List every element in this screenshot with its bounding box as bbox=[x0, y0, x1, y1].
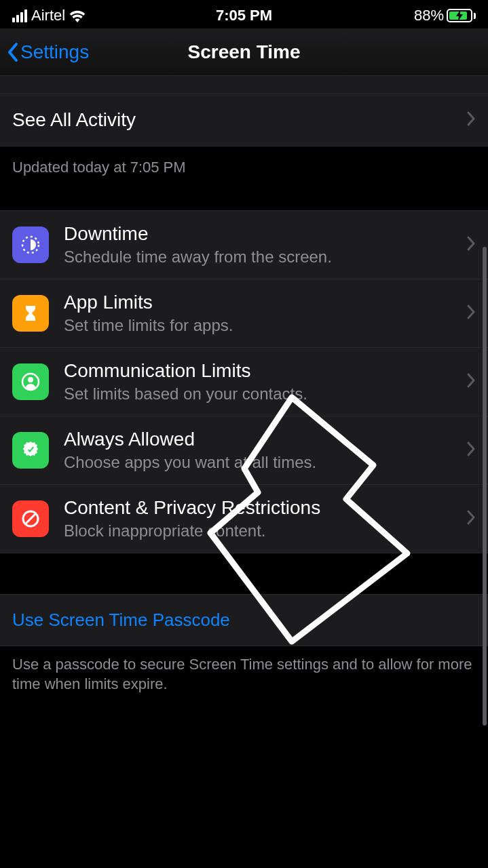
chevron-right-icon bbox=[466, 304, 476, 323]
chevron-left-icon bbox=[7, 42, 19, 62]
downtime-title: Downtime bbox=[64, 223, 451, 245]
check-seal-icon bbox=[12, 432, 49, 469]
nav-header: Settings Screen Time bbox=[0, 28, 488, 76]
chevron-right-icon bbox=[466, 372, 476, 391]
downtime-icon bbox=[12, 226, 49, 263]
hourglass-icon bbox=[12, 295, 49, 332]
svg-point-2 bbox=[28, 377, 33, 382]
downtime-row[interactable]: Downtime Schedule time away from the scr… bbox=[0, 211, 488, 279]
chevron-right-icon bbox=[466, 235, 476, 254]
communication-limits-row[interactable]: Communication Limits Set limits based on… bbox=[0, 348, 488, 416]
contact-icon bbox=[12, 363, 49, 400]
page-title: Screen Time bbox=[187, 41, 300, 63]
always-allowed-subtitle: Choose apps you want at all times. bbox=[64, 453, 451, 472]
content-privacy-title: Content & Privacy Restrictions bbox=[64, 497, 451, 519]
chevron-right-icon bbox=[466, 441, 476, 460]
back-button[interactable]: Settings bbox=[7, 41, 89, 63]
app-limits-row[interactable]: App Limits Set time limits for apps. bbox=[0, 279, 488, 348]
content-privacy-row[interactable]: Content & Privacy Restrictions Block ina… bbox=[0, 485, 488, 553]
see-all-activity-label: See All Activity bbox=[12, 109, 136, 131]
see-all-activity-row[interactable]: See All Activity bbox=[0, 94, 488, 146]
content-privacy-subtitle: Block inappropriate content. bbox=[64, 521, 451, 540]
always-allowed-title: Always Allowed bbox=[64, 429, 451, 450]
downtime-subtitle: Schedule time away from the screen. bbox=[64, 248, 451, 267]
svg-line-4 bbox=[25, 513, 36, 524]
clock: 7:05 PM bbox=[0, 7, 488, 24]
back-label: Settings bbox=[20, 41, 89, 63]
battery-icon bbox=[447, 9, 476, 22]
chevron-right-icon bbox=[466, 509, 476, 528]
communication-limits-subtitle: Set limits based on your contacts. bbox=[64, 384, 451, 403]
updated-label: Updated today at 7:05 PM bbox=[0, 146, 488, 210]
communication-limits-title: Communication Limits bbox=[64, 360, 451, 382]
app-limits-title: App Limits bbox=[64, 292, 451, 313]
status-bar: Airtel 7:05 PM 88% bbox=[0, 0, 488, 28]
chevron-right-icon bbox=[466, 111, 476, 130]
always-allowed-row[interactable]: Always Allowed Choose apps you want at a… bbox=[0, 416, 488, 485]
scrollbar[interactable] bbox=[483, 247, 487, 726]
use-passcode-button[interactable]: Use Screen Time Passcode bbox=[0, 594, 488, 646]
no-sign-icon bbox=[12, 500, 49, 537]
app-limits-subtitle: Set time limits for apps. bbox=[64, 316, 451, 335]
passcode-footer: Use a passcode to secure Screen Time set… bbox=[0, 646, 488, 713]
